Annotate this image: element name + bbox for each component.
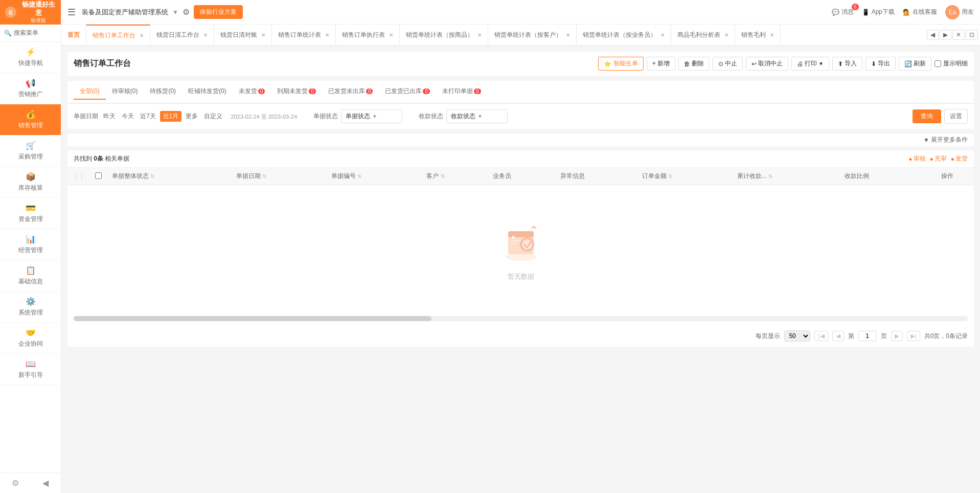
- sidebar-item-basic[interactable]: 📋 基础信息: [0, 260, 61, 292]
- sidebar-search-btn[interactable]: 🔍 搜索菜单: [0, 25, 61, 42]
- filter-tab-shipped-not-out[interactable]: 已发货未出库0: [322, 84, 379, 100]
- pay-status-select[interactable]: 收款状态 ▼: [446, 109, 508, 123]
- tab-sales-increase-close[interactable]: ✕: [770, 32, 774, 38]
- tab-sales-exec[interactable]: 销售订单执行表 ✕: [336, 25, 400, 45]
- set-btn[interactable]: 设置: [944, 109, 968, 124]
- tab-sales-stats-close[interactable]: ✕: [325, 32, 329, 38]
- page-input[interactable]: [858, 331, 877, 341]
- message-btn[interactable]: 💬 消息 6: [832, 8, 854, 16]
- filter-tab-overdue[interactable]: 到期未发货0: [271, 84, 322, 100]
- audit-btn[interactable]: ● 审核: [908, 154, 925, 163]
- tabbar-nav: ◀ ▶ ✕ ⊡: [925, 30, 980, 40]
- tab-nav-close-all[interactable]: ✕: [952, 30, 965, 40]
- customer-sort-icon[interactable]: ⇅: [441, 173, 445, 179]
- date-yesterday[interactable]: 昨天: [101, 111, 118, 122]
- smart-btn[interactable]: ⭐ 智能生单: [598, 57, 644, 71]
- filter-tab-not-shipped[interactable]: 未发货0: [233, 84, 271, 100]
- print-btn[interactable]: 🖨 打印 ▼: [791, 57, 829, 71]
- last-page-btn[interactable]: ▶|: [907, 331, 920, 341]
- horizontal-scrollbar[interactable]: [74, 316, 968, 321]
- filter-tab-all[interactable]: 全部(0): [74, 84, 106, 100]
- tab-nav-expand[interactable]: ⊡: [966, 30, 978, 40]
- refresh-btn[interactable]: 🔄 刷新: [899, 57, 931, 71]
- sidebar-item-operations[interactable]: 📊 经营管理: [0, 229, 61, 260]
- filter-tab-shipped-out[interactable]: 已发货已出库0: [379, 84, 436, 100]
- filter-tab-pending-review[interactable]: 待审核(0): [106, 84, 144, 100]
- basic-label: 基础信息: [18, 277, 43, 286]
- export-btn[interactable]: ⬇ 导出: [865, 57, 896, 71]
- cancel-audit-btn[interactable]: ● 充审: [930, 154, 947, 163]
- tab-nav-prev[interactable]: ◀: [927, 30, 939, 40]
- filter-tab-pending-inspect[interactable]: 待拣货(0): [144, 84, 182, 100]
- tab-cash-reconcile[interactable]: 钱货日清对账 ✕: [214, 25, 272, 45]
- tab-sales-summary-staff[interactable]: 销货单统计表（按业务员） ✕: [577, 25, 671, 45]
- scrollbar-area[interactable]: [67, 312, 974, 325]
- delete-btn[interactable]: 🗑 删除: [678, 57, 710, 71]
- tab-cash-daily[interactable]: 钱货日清工作台 ✕: [150, 25, 214, 45]
- service-icon: 💁: [903, 9, 910, 16]
- date-custom[interactable]: 自定义: [202, 111, 224, 122]
- sidebar-item-system[interactable]: ⚙️ 系统管理: [0, 292, 61, 323]
- tab-gross-profit-close[interactable]: ✕: [724, 32, 728, 38]
- expand-btn[interactable]: ▼ 展开更多条件: [923, 136, 968, 144]
- status-sort-icon[interactable]: ⇅: [150, 173, 154, 179]
- tab-sales-summary-customer[interactable]: 销货单统计表（按客户） ✕: [488, 25, 577, 45]
- filter-tab-wangpu-ship[interactable]: 旺铺待发货(0): [182, 84, 233, 100]
- select-all-checkbox[interactable]: [95, 172, 102, 179]
- tab-sales-summary-product[interactable]: 销货单统计表（按商品） ✕: [400, 25, 488, 45]
- scroll-thumb[interactable]: [74, 316, 431, 321]
- date-sort-icon[interactable]: ⇅: [262, 173, 266, 179]
- sidebar-item-inventory[interactable]: 📦 库存核算: [0, 167, 61, 198]
- first-page-btn[interactable]: |◀: [814, 331, 828, 341]
- tab-sales-exec-close[interactable]: ✕: [389, 32, 393, 38]
- tab-sales-summary-staff-close[interactable]: ✕: [660, 32, 665, 38]
- tab-sales-summary-product-close[interactable]: ✕: [477, 32, 482, 38]
- filter-tab-not-printed[interactable]: 未打印单据0: [436, 84, 487, 100]
- number-sort-icon[interactable]: ⇅: [357, 173, 361, 179]
- status-select[interactable]: 单据状态 ▼: [341, 109, 402, 123]
- app-download-btn[interactable]: 📱 App下载: [862, 8, 895, 16]
- sidebar-item-marketing[interactable]: 📢 营销推广: [0, 73, 61, 104]
- sidebar-item-guide[interactable]: 📖 新手引导: [0, 354, 61, 385]
- date-1month[interactable]: 近1月: [160, 111, 182, 122]
- ship-btn[interactable]: ● 发货: [951, 154, 968, 163]
- import-btn[interactable]: ⬆ 导入: [832, 57, 862, 71]
- tab-cash-daily-close[interactable]: ✕: [203, 32, 208, 38]
- tab-sales-summary-customer-close[interactable]: ✕: [566, 32, 570, 38]
- sidebar-item-sales[interactable]: 💰 销售管理: [0, 104, 61, 136]
- tab-nav-next[interactable]: ▶: [940, 30, 951, 40]
- sidebar-item-finance[interactable]: 💳 资金管理: [0, 198, 61, 229]
- sidebar-item-purchase[interactable]: 🛒 采购管理: [0, 136, 61, 167]
- query-btn[interactable]: 查询: [913, 109, 941, 123]
- date-today[interactable]: 今天: [120, 111, 136, 122]
- sidebar-item-quick-nav[interactable]: ⚡ 快捷导航: [0, 42, 61, 73]
- tab-home[interactable]: 首页: [61, 25, 86, 45]
- stop-btn[interactable]: ⊙ 中止: [713, 57, 743, 71]
- date-7days[interactable]: 近7天: [138, 111, 158, 122]
- date-more[interactable]: 更多: [184, 111, 200, 122]
- sidebar-collapse-btn[interactable]: ◀: [31, 473, 61, 493]
- cancel-stop-btn[interactable]: ↩ 取消中止: [746, 57, 788, 71]
- topbar-settings-icon[interactable]: ⚙: [183, 7, 190, 17]
- page-actions: ⭐ 智能生单 + 新增 🗑 删除 ⊙ 中止 ↩ 取消中止 🖨: [598, 57, 968, 71]
- received-sort-icon[interactable]: ⇅: [768, 173, 772, 179]
- prev-page-btn[interactable]: ◀: [832, 331, 844, 341]
- show-detail-input[interactable]: [935, 60, 941, 67]
- user-btn[interactable]: Ea 用友: [945, 5, 974, 19]
- new-btn[interactable]: + 新增: [647, 57, 675, 71]
- sidebar-settings-btn[interactable]: ⚙: [0, 473, 31, 493]
- table-scroll-container[interactable]: ⋮⋮ 单据整体状态 ⇅ 单据日期 ⇅: [67, 168, 974, 312]
- per-page-select[interactable]: 50 100 200: [784, 330, 810, 342]
- show-detail-checkbox[interactable]: 显示明细: [935, 59, 968, 68]
- next-page-btn[interactable]: ▶: [891, 331, 903, 341]
- tab-sales-stats[interactable]: 销售订单统计表 ✕: [272, 25, 336, 45]
- online-service-btn[interactable]: 💁 在线客服: [903, 8, 937, 16]
- sidebar-item-enterprise[interactable]: 🤝 企业协同: [0, 323, 61, 354]
- tab-sales-order[interactable]: 销售订单工作台 ✕: [86, 25, 150, 45]
- amount-sort-icon[interactable]: ⇅: [668, 173, 672, 179]
- tab-gross-profit[interactable]: 商品毛利分析表 ✕: [671, 25, 735, 45]
- tab-sales-order-close[interactable]: ✕: [140, 33, 144, 38]
- tab-sales-increase[interactable]: 销售毛利 ✕: [735, 25, 781, 45]
- industry-btn[interactable]: 体验行业方案: [194, 5, 243, 19]
- tab-cash-reconcile-close[interactable]: ✕: [261, 32, 265, 38]
